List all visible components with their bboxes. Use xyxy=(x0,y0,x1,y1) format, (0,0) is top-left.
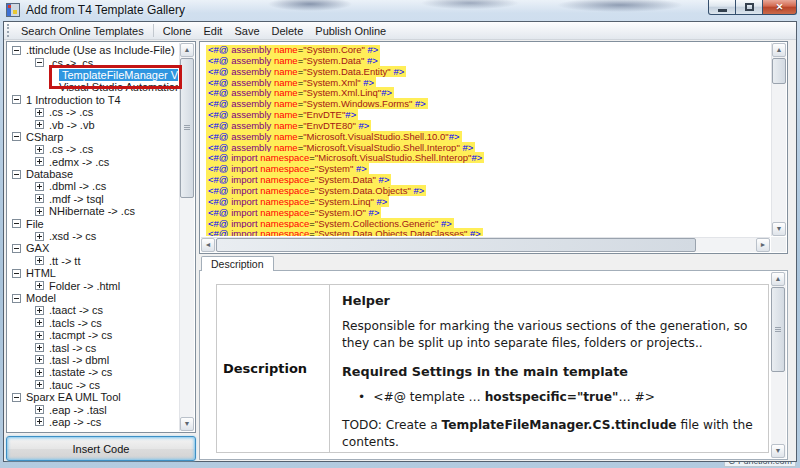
bullet-icon: • xyxy=(358,389,365,406)
tree-item-1-introduction-to-t4[interactable]: 1 Introduction to T4 xyxy=(8,94,178,106)
collapse-icon[interactable] xyxy=(12,294,21,303)
collapse-icon[interactable] xyxy=(12,95,21,104)
template-tree[interactable]: .ttinclude (Use as Include-File).cs -> .… xyxy=(8,44,178,431)
toolbar-button-search-online-templates[interactable]: Search Online Templates xyxy=(15,24,150,38)
tree-scrollbar-thumb[interactable] xyxy=(180,58,194,198)
code-vscrollbar[interactable]: ▲ ▼ xyxy=(771,43,786,236)
tree-item-database[interactable]: Database xyxy=(8,168,178,180)
tree-item-templatefilemanager-v-2-1[interactable]: TemplateFileManager V 2.1 xyxy=(8,69,178,81)
expand-icon[interactable] xyxy=(35,405,44,414)
expand-icon[interactable] xyxy=(35,355,44,364)
tree-item-label: .mdf -> tsql xyxy=(49,193,104,205)
description-scrollbar[interactable]: ▲ ▼ xyxy=(771,272,786,458)
app-window: Add from T4 Template Gallery ✕ Search On… xyxy=(0,0,800,468)
tab-description[interactable]: Description xyxy=(201,256,274,271)
tree-item-tacls-cs[interactable]: .tacls -> cs xyxy=(8,317,178,329)
tree-item-html[interactable]: HTML xyxy=(8,267,178,279)
tree-item-label: Database xyxy=(26,168,73,180)
tree-item-label: .cs -> .cs xyxy=(49,106,93,118)
tree-item-label: .eap -> -cs xyxy=(49,416,101,428)
toolbar-button-delete[interactable]: Delete xyxy=(266,24,310,38)
expand-icon[interactable] xyxy=(35,331,44,340)
toolbar-button-save[interactable]: Save xyxy=(228,24,265,38)
collapse-icon[interactable] xyxy=(12,269,21,278)
toolbar-grip-icon[interactable] xyxy=(7,24,11,37)
tree-item-cs-cs[interactable]: .cs -> .cs xyxy=(8,56,178,68)
collapse-icon[interactable] xyxy=(12,393,21,402)
tree-item-gax[interactable]: GAX xyxy=(8,242,178,254)
tree-item-tacmpt-cs[interactable]: .tacmpt -> cs xyxy=(8,329,178,341)
tree-item-tt-tt[interactable]: .tt -> tt xyxy=(8,255,178,267)
scroll-left-icon[interactable]: ◄ xyxy=(201,238,215,252)
tree-item-xsd-cs[interactable]: .xsd -> cs xyxy=(8,230,178,242)
scroll-down-icon[interactable]: ▼ xyxy=(771,444,785,458)
expand-icon[interactable] xyxy=(35,108,44,117)
expand-icon[interactable] xyxy=(35,343,44,352)
expand-icon[interactable] xyxy=(35,318,44,327)
maximize-icon[interactable] xyxy=(736,0,763,15)
tree-item-nhibernate-cs[interactable]: NHibernate -> .cs xyxy=(8,205,178,217)
tree-item-edmx-cs[interactable]: .edmx -> .cs xyxy=(8,156,178,168)
tree-item-tasl-cs[interactable]: .tasl -> cs xyxy=(8,341,178,353)
toolbar-button-clone[interactable]: Clone xyxy=(157,24,198,38)
scroll-up-icon[interactable]: ▲ xyxy=(180,43,194,57)
scroll-down-icon[interactable]: ▼ xyxy=(180,417,194,431)
expand-icon[interactable] xyxy=(35,256,44,265)
tree-item-model[interactable]: Model xyxy=(8,292,178,304)
expand-icon[interactable] xyxy=(35,417,44,426)
insert-code-button[interactable]: Insert Code xyxy=(6,436,196,461)
tree-item-sparx-ea-uml-tool[interactable]: Sparx EA UML Tool xyxy=(8,391,178,403)
tree-item-taact-cs[interactable]: .taact -> cs xyxy=(8,304,178,316)
toolbar-button-edit[interactable]: Edit xyxy=(197,24,228,38)
tree-item-eap-cs[interactable]: .eap -> -cs xyxy=(8,416,178,428)
collapse-icon[interactable] xyxy=(12,219,21,228)
scroll-right-icon[interactable]: ► xyxy=(756,238,770,252)
tree-item-tastate-cs[interactable]: .tastate -> cs xyxy=(8,366,178,378)
tree-item-mdf-tsql[interactable]: .mdf -> tsql xyxy=(8,193,178,205)
titlebar[interactable]: Add from T4 Template Gallery ✕ xyxy=(0,0,800,21)
expand-icon[interactable] xyxy=(35,120,44,129)
minimize-icon[interactable] xyxy=(708,0,736,15)
expand-icon[interactable] xyxy=(35,194,44,203)
close-icon[interactable]: ✕ xyxy=(763,0,797,15)
scroll-down-icon[interactable]: ▼ xyxy=(772,222,786,236)
collapse-icon[interactable] xyxy=(12,170,21,179)
code-preview-panel[interactable]: <#@ assembly name="System.Core" #><#@ as… xyxy=(199,41,788,254)
tree-item-tasl-dbml[interactable]: .tasl -> dbml xyxy=(8,354,178,366)
expand-icon[interactable] xyxy=(35,145,44,154)
code-vscrollbar-thumb[interactable] xyxy=(772,58,786,84)
expand-icon[interactable] xyxy=(35,281,44,290)
collapse-icon[interactable] xyxy=(35,58,44,67)
window-controls: ✕ xyxy=(708,0,797,15)
tree-item-file[interactable]: File xyxy=(8,217,178,229)
scroll-up-icon[interactable]: ▲ xyxy=(772,43,786,57)
tree-item-eap-tasl[interactable]: .eap -> .tasl xyxy=(8,403,178,415)
tree-scrollbar[interactable]: ▲ ▼ xyxy=(179,43,194,431)
code-hscrollbar[interactable]: ◄ ► xyxy=(201,237,770,252)
tree-item-vb-vb[interactable]: .vb -> .vb xyxy=(8,118,178,130)
expand-icon[interactable] xyxy=(35,182,44,191)
collapse-icon[interactable] xyxy=(12,132,21,141)
tree-item-label: .edmx -> .cs xyxy=(49,156,109,168)
expand-icon[interactable] xyxy=(35,232,44,241)
tree-item-tauc-cs[interactable]: .tauc -> cs xyxy=(8,379,178,391)
tree-item-ttinclude-use-as-include-file[interactable]: .ttinclude (Use as Include-File) xyxy=(8,44,178,56)
tree-item-folder-html[interactable]: Folder -> .html xyxy=(8,279,178,291)
scroll-up-icon[interactable]: ▲ xyxy=(771,272,785,286)
expand-icon[interactable] xyxy=(35,207,44,216)
expand-icon[interactable] xyxy=(35,380,44,389)
tree-item-csharp[interactable]: CSharp xyxy=(8,131,178,143)
description-scrollbar-thumb[interactable] xyxy=(771,287,785,372)
tree-item-dbml-cs[interactable]: .dbml -> .cs xyxy=(8,180,178,192)
expand-icon[interactable] xyxy=(35,368,44,377)
expand-icon[interactable] xyxy=(35,157,44,166)
description-text-segment: TODO: Create a xyxy=(342,418,442,432)
toolbar-button-publish-online[interactable]: Publish Online xyxy=(309,24,392,38)
tree-item-visual-studio-automation-helper[interactable]: Visual Studio Automation Helper xyxy=(8,81,178,93)
expand-icon[interactable] xyxy=(35,306,44,315)
collapse-icon[interactable] xyxy=(12,46,21,55)
tree-item-cs-cs[interactable]: .cs -> .cs xyxy=(8,106,178,118)
tree-item-cs-cs[interactable]: .cs -> .cs xyxy=(8,143,178,155)
collapse-icon[interactable] xyxy=(12,244,21,253)
code-hscrollbar-thumb[interactable] xyxy=(216,238,696,252)
